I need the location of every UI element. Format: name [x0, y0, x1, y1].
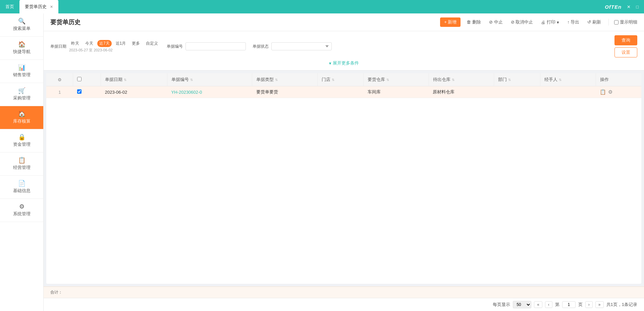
filter-settings-button[interactable]: 设置	[614, 47, 637, 57]
tab-home[interactable]: 首页	[0, 0, 19, 13]
shortcut-today[interactable]: 今天	[83, 40, 95, 47]
filter-actions: 查询 设置	[614, 35, 637, 57]
window-close-btn[interactable]: ✕	[627, 4, 631, 9]
th-type-label: 单据类型	[256, 77, 274, 83]
th-type[interactable]: 单据类型 ⇅	[252, 73, 317, 86]
refresh-button[interactable]: ↺ 刷新	[585, 18, 603, 27]
sales-icon: 📊	[18, 64, 25, 71]
th-store[interactable]: 门店 ⇅	[317, 73, 364, 86]
system-icon: ⚙	[19, 204, 24, 210]
row-actions-cell: 📋 ⚙	[596, 86, 641, 98]
query-button[interactable]: 查询	[614, 35, 637, 45]
sidebar-item-finance[interactable]: 🔒 资金管理	[0, 129, 43, 152]
filter-row: 单据日期 昨天 今天 近7天 近1月 更多 自定义 2023-05-27 至 2…	[50, 35, 637, 57]
row-checkbox[interactable]	[77, 89, 82, 94]
expand-more-btn[interactable]: ▾ 展开更多条件	[50, 60, 637, 66]
data-table: ⚙ 单据日期 ⇅ 单据编号	[46, 73, 641, 98]
page-title: 要货单历史	[50, 18, 80, 26]
status-select[interactable]	[271, 42, 332, 50]
page-size-select[interactable]: 50 20 100 200	[513, 301, 531, 308]
sidebar-item-inventory[interactable]: 🏠 库存核算	[0, 106, 43, 129]
column-settings-icon[interactable]: ⚙	[58, 77, 62, 82]
sidebar-item-purchase[interactable]: 🛒 采购管理	[0, 83, 43, 106]
sidebar-item-operations-label: 经营管理	[13, 165, 31, 171]
pagination-summary: 共1页，1条记录	[606, 302, 637, 308]
window-maximize-btn[interactable]: □	[636, 4, 639, 9]
export-button[interactable]: ↑ 导出	[565, 18, 581, 27]
th-settings[interactable]: ⚙	[46, 73, 73, 86]
th-date[interactable]: 单据日期 ⇅	[101, 73, 167, 86]
page-input[interactable]	[562, 301, 576, 308]
row-store	[317, 86, 364, 98]
print-label: 打印	[547, 19, 555, 25]
row-date: 2023-06-02	[101, 86, 167, 98]
th-handler[interactable]: 经手人 ⇅	[540, 73, 596, 86]
page-prev-btn[interactable]: ‹	[545, 301, 552, 308]
cancel-stop-button[interactable]: ⊘ 取消中止	[509, 18, 535, 27]
delete-button[interactable]: 🗑 删除	[465, 18, 483, 27]
new-button[interactable]: + 新增	[440, 17, 461, 27]
th-store-label: 门店	[322, 77, 330, 83]
shortcut-more[interactable]: 更多	[130, 40, 142, 47]
search-menu-icon: 🔍	[18, 18, 25, 24]
date-shortcuts-group: 昨天 今天 近7天 近1月 更多 自定义 2023-05-27 至 2023-0…	[69, 40, 160, 53]
print-button[interactable]: 🖨 打印 ▾	[539, 18, 561, 27]
table-header-row: ⚙ 单据日期 ⇅ 单据编号	[46, 73, 641, 86]
select-all-checkbox[interactable]	[77, 77, 82, 81]
base-info-icon: 📄	[18, 180, 25, 186]
sidebar-item-operations[interactable]: 📋 经营管理	[0, 152, 43, 176]
sidebar-item-system[interactable]: ⚙ 系统管理	[0, 199, 43, 222]
top-bar: 首页 要货单历史 ✕ OfTEn ✕ □	[0, 0, 644, 13]
shortcut-custom[interactable]: 自定义	[144, 40, 160, 47]
tab-history[interactable]: 要货单历史 ✕	[19, 0, 58, 13]
tab-history-close[interactable]: ✕	[50, 5, 53, 9]
table-footer: 合计：	[44, 286, 644, 298]
tab-bar: 首页 要货单历史 ✕	[0, 0, 58, 13]
row-pending-warehouse: 原材料仓库	[429, 86, 494, 98]
sidebar-item-inventory-label: 库存核算	[13, 118, 31, 124]
page-header: 要货单历史 + 新增 🗑 删除 ⊘ 中止 ⊘ 取消中止 🖨 打印 ▾ ↑ 导出 …	[44, 13, 644, 31]
row-actions: 📋 ⚙	[600, 89, 637, 95]
stop-button[interactable]: ⊘ 中止	[487, 18, 505, 27]
sidebar-item-base-info-label: 基础信息	[13, 188, 31, 194]
order-num-input[interactable]	[185, 42, 246, 50]
page-first-btn[interactable]: «	[534, 301, 542, 308]
pagination-bar: 每页显示 50 20 100 200 « ‹ 第 页 › » 共1页，1条记录	[44, 298, 644, 311]
sidebar-item-base-info[interactable]: 📄 基础信息	[0, 176, 43, 199]
num-sort-icon: ⇅	[190, 78, 193, 82]
order-num-filter-group: 单据编号	[167, 42, 246, 50]
store-sort-icon: ⇅	[332, 78, 334, 82]
dept-sort-icon: ⇅	[508, 78, 511, 82]
th-num[interactable]: 单据编号 ⇅	[167, 73, 252, 86]
handler-sort-icon: ⇅	[559, 78, 561, 82]
print-dropdown-icon: ▾	[557, 20, 559, 25]
tab-history-label: 要货单历史	[25, 4, 47, 10]
show-detail-label: 显示明细	[614, 19, 637, 25]
th-actions: 操作	[596, 73, 641, 86]
row-edit-icon[interactable]: 📋	[600, 89, 606, 95]
shortcut-1month[interactable]: 近1月	[114, 40, 128, 47]
row-delete-icon[interactable]: ⚙	[608, 89, 612, 95]
th-dept-label: 部门	[498, 77, 507, 83]
show-detail-checkbox[interactable]	[614, 20, 619, 25]
shortcut-yesterday[interactable]: 昨天	[69, 40, 81, 47]
sidebar-item-quick-nav[interactable]: 🏠 快捷导航	[0, 37, 43, 60]
row-num-link[interactable]: YH-20230602-0	[171, 90, 202, 95]
th-pending-warehouse-label: 待出仓库	[433, 77, 450, 83]
date-filter-label: 单据日期	[50, 44, 66, 49]
sidebar-item-sales[interactable]: 📊 销售管理	[0, 60, 43, 83]
sidebar-item-search-menu[interactable]: 🔍 搜索菜单	[0, 13, 43, 37]
th-actions-label: 操作	[600, 77, 609, 82]
sidebar-item-purchase-label: 采购管理	[13, 95, 31, 101]
brand-text: OfTEn	[605, 4, 622, 10]
page-last-btn[interactable]: »	[595, 301, 604, 308]
date-shortcuts: 昨天 今天 近7天 近1月 更多 自定义	[69, 40, 160, 47]
inventory-icon: 🏠	[18, 111, 25, 117]
page-next-btn[interactable]: ›	[585, 301, 593, 308]
table-row: 1 2023-06-02 YH-20230602-0 要货单要货 车间库 原材料…	[46, 86, 641, 98]
shortcut-7days[interactable]: 近7天	[97, 40, 112, 47]
th-pending-warehouse[interactable]: 待出仓库 ⇅	[429, 73, 494, 86]
th-dept[interactable]: 部门 ⇅	[494, 73, 540, 86]
table-body: 1 2023-06-02 YH-20230602-0 要货单要货 车间库 原材料…	[46, 86, 641, 98]
th-req-warehouse[interactable]: 要货仓库 ⇅	[364, 73, 429, 86]
